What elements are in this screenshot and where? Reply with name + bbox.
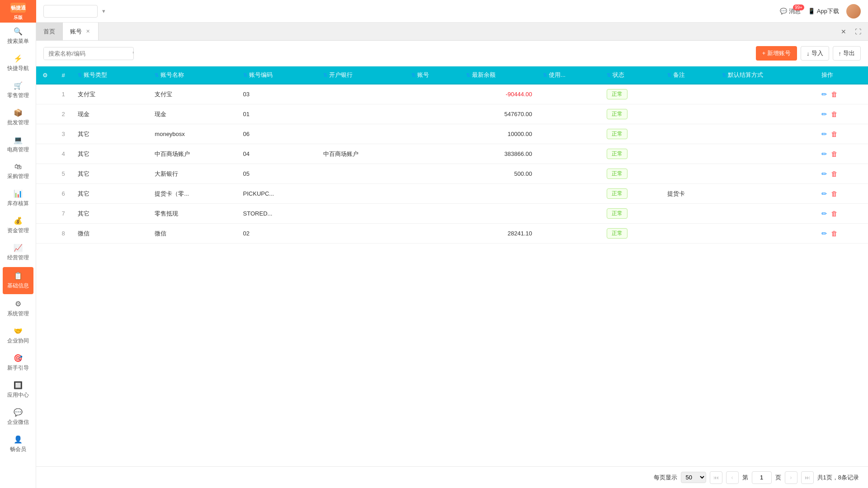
sidebar-item-ecommerce[interactable]: 💻 电商管理 [0, 131, 36, 158]
col-remark[interactable]: ⇅备注 [662, 66, 717, 84]
sidebar-item-app-center[interactable]: 🔲 应用中心 [0, 376, 36, 404]
export-button[interactable]: ↑ 导出 [833, 46, 861, 61]
first-page-btn[interactable]: ⏮ [710, 471, 722, 484]
delete-icon[interactable]: 🗑 [831, 210, 838, 217]
col-code[interactable]: ⇅账号编码 [238, 66, 318, 84]
message-button[interactable]: 💬 消息 99+ [780, 7, 801, 15]
sidebar-item-system[interactable]: ⚙ 系统管理 [0, 295, 36, 322]
search-button[interactable]: 🔍 [129, 47, 134, 60]
row-balance [461, 184, 538, 204]
row-balance: 500.00 [461, 164, 538, 184]
row-bank [318, 84, 406, 104]
row-bank [318, 204, 406, 224]
page-size-select[interactable]: 50 20 100 [681, 472, 706, 483]
sidebar-item-operations[interactable]: 📈 经营管理 [0, 239, 36, 266]
col-settlement[interactable]: ⇅默认结算方式 [717, 66, 816, 84]
row-code: 02 [238, 224, 318, 244]
sidebar-item-shortcut[interactable]: ⚡ 快捷导航 [0, 50, 36, 77]
row-remark [662, 144, 717, 164]
sidebar-item-wholesale[interactable]: 📦 批发管理 [0, 104, 36, 131]
sidebar-item-retail[interactable]: 🛒 零售管理 [0, 77, 36, 104]
row-name: 提货卡（零... [149, 184, 237, 204]
add-account-button[interactable]: + 新增账号 [756, 46, 797, 61]
edit-icon[interactable]: ✏ [821, 190, 827, 198]
app-center-icon: 🔲 [14, 381, 23, 389]
row-settlement [717, 124, 816, 144]
tab-close-account[interactable]: ✕ [85, 28, 91, 35]
row-index: 4 [54, 144, 72, 164]
row-settlement [717, 224, 816, 244]
row-use [538, 104, 601, 124]
delete-icon[interactable]: 🗑 [831, 170, 838, 178]
row-account [406, 224, 461, 244]
delete-icon[interactable]: 🗑 [831, 110, 838, 118]
sidebar: 畅捷通 乐版 🔍 搜索菜单 ⚡ 快捷导航 🛒 零售管理 📦 批发管理 💻 电商管… [0, 0, 36, 488]
sidebar-item-member[interactable]: 👤 畅会员 [0, 431, 36, 458]
enterprise-agreement-icon: 🤝 [14, 327, 23, 335]
prev-page-btn[interactable]: ‹ [726, 471, 739, 484]
dropdown-arrow-icon[interactable]: ▾ [102, 8, 105, 14]
row-use [538, 144, 601, 164]
row-balance: 383866.00 [461, 144, 538, 164]
row-type: 支付宝 [72, 84, 149, 104]
tab-actions: ✕ ⛶ [837, 25, 868, 38]
sidebar-item-guide[interactable]: 🎯 新手引导 [0, 349, 36, 376]
edit-icon[interactable]: ✏ [821, 150, 827, 158]
edit-icon[interactable]: ✏ [821, 210, 827, 218]
sidebar-item-search[interactable]: 🔍 搜索菜单 [0, 23, 36, 50]
row-type: 其它 [72, 184, 149, 204]
last-page-btn[interactable]: ⏭ [801, 471, 814, 484]
sidebar-item-inventory[interactable]: 📊 库存核算 [0, 185, 36, 212]
sidebar-item-finance[interactable]: 💰 资金管理 [0, 212, 36, 239]
app-download-button[interactable]: 📱 App下载 [808, 7, 839, 15]
account-table-container: ⚙ # ⇅账号类型 ⇅账号名称 ⇅账号编码 ⇅开户银行 ⇅账号 ⇅最新余额 ⇅使… [36, 66, 868, 466]
table-row: 7 其它 零售抵现 STORED... 正常 ✏ 🗑 [36, 204, 868, 224]
delete-icon[interactable]: 🗑 [831, 90, 838, 98]
edit-icon[interactable]: ✏ [821, 90, 827, 99]
delete-icon[interactable]: 🗑 [831, 150, 838, 158]
row-index: 2 [54, 104, 72, 124]
row-actions: ✏ 🗑 [816, 104, 868, 124]
tab-expand-btn[interactable]: ⛶ [852, 25, 864, 38]
row-bank [318, 224, 406, 244]
row-type: 微信 [72, 224, 149, 244]
sidebar-item-enterprise-agreement[interactable]: 🤝 企业协同 [0, 322, 36, 349]
sidebar-item-purchase[interactable]: 🛍 采购管理 [0, 158, 36, 185]
row-status: 正常 [601, 224, 662, 244]
col-type[interactable]: ⇅账号类型 [72, 66, 149, 84]
tab-close-btn[interactable]: ✕ [837, 25, 850, 38]
user-avatar[interactable] [846, 4, 861, 19]
sidebar-item-enterprise-wechat[interactable]: 💬 企业微信 [0, 404, 36, 431]
import-button[interactable]: ↓ 导入 [801, 46, 829, 61]
tab-home[interactable]: 首页 [36, 23, 63, 40]
col-status[interactable]: ⇅状态 [601, 66, 662, 84]
next-page-btn[interactable]: › [785, 471, 797, 484]
delete-icon[interactable]: 🗑 [831, 190, 838, 197]
col-bank[interactable]: ⇅开户银行 [318, 66, 406, 84]
row-remark [662, 204, 717, 224]
row-bank: 中百商场账户 [318, 144, 406, 164]
edit-icon[interactable]: ✏ [821, 130, 827, 138]
page-input[interactable] [752, 471, 772, 484]
col-settings[interactable]: ⚙ [36, 66, 54, 84]
edit-icon[interactable]: ✏ [821, 110, 827, 118]
col-balance[interactable]: ⇅最新余额 [461, 66, 538, 84]
row-settings [36, 124, 54, 144]
col-name[interactable]: ⇅账号名称 [149, 66, 237, 84]
purchase-icon: 🛍 [14, 163, 22, 171]
col-account[interactable]: ⇅账号 [406, 66, 461, 84]
edit-icon[interactable]: ✏ [821, 230, 827, 238]
header-left: ▾ [43, 5, 105, 18]
row-settlement [717, 104, 816, 124]
edit-icon[interactable]: ✏ [821, 170, 827, 178]
delete-icon[interactable]: 🗑 [831, 230, 838, 237]
top-search-input[interactable] [43, 5, 98, 18]
row-remark [662, 84, 717, 104]
col-use[interactable]: ⇅使用... [538, 66, 601, 84]
delete-icon[interactable]: 🗑 [831, 130, 838, 138]
row-account [406, 144, 461, 164]
tab-account[interactable]: 账号 ✕ [63, 23, 99, 40]
svg-text:畅捷通: 畅捷通 [10, 5, 26, 10]
sidebar-item-basic[interactable]: 📋 基础信息 [3, 267, 33, 294]
search-input[interactable] [44, 47, 129, 60]
